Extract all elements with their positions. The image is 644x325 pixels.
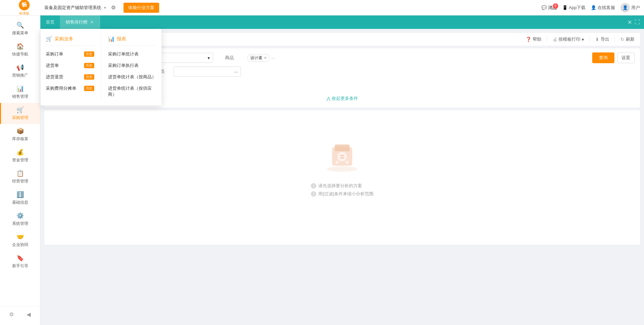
salesman-select[interactable]: ··· [174,67,241,77]
dropdown-item-inbound-stat-goods[interactable]: 进货单统计表（按商品） [108,71,156,83]
sidebar-item-system-label: 系统管理 [12,221,28,227]
sidebar-item-purchase[interactable]: 🛒 采购管理 [0,103,40,124]
purchase-header-icon: 🛒 [46,36,52,42]
tab-sales-rank[interactable]: 销售排行榜 ✕ [60,15,100,29]
dropdown-purchase-title: 采购业务 [55,36,73,42]
dropdown-item-inbound-stat-supplier[interactable]: 进货单统计表（按供应商） [108,83,156,100]
dropdown-item-purchase-order[interactable]: 采购订单 历史 [46,48,94,60]
dropdown-arrow-icon[interactable]: ▾ [104,5,106,10]
dropdown-purchase-col: 🛒 采购业务 采购订单 历史 进货单 历史 进货退货 历史 采购费用分摊单 历史 [40,34,100,100]
goods-tag-close-icon[interactable]: ✕ [264,56,267,60]
sidebar-item-inventory-label: 库存核算 [12,136,28,142]
search-icon: 🔍 [16,22,24,29]
dropdown-item-return[interactable]: 进货退货 历史 [46,71,94,83]
sidebar-item-finance[interactable]: 💰 资金管理 [0,145,40,166]
header-right: 💬 消息 9 📱 App下载 👤 在线客服 👤 用户 [541,3,640,12]
export-icon: ⬇ [595,37,599,42]
empty-illustration [322,137,362,177]
user-label: 用户 [631,5,640,11]
export-label: 导出 [601,36,609,42]
goods-more-icon[interactable]: ··· [271,55,275,60]
operations-icon: 📋 [16,170,24,177]
sidebar: 🔍 搜索菜单 🏠 快捷导航 📢 营销推广 📊 销售管理 🛒 采购管理 📦 库存核… [0,15,40,325]
dropdown-item-purchase-order-badge: 历史 [84,51,94,57]
purchase-dropdown-menu: 🛒 采购业务 采购订单 历史 进货单 历史 进货退货 历史 采购费用分摊单 历史 [40,29,162,106]
sidebar-item-basic[interactable]: ℹ️ 基础信息 [0,188,40,209]
help-label: 帮助 [533,36,541,42]
sidebar-item-enterprise[interactable]: 🤝 企业协同 [0,230,40,251]
help-btn[interactable]: ❓ 帮助 [526,36,541,42]
sidebar-item-operations[interactable]: 📋 经营管理 [0,166,40,188]
phone-icon: 📱 [562,5,568,10]
dropdown-item-order-exec[interactable]: 采购订单执行表 [108,60,156,71]
service-icon: 👤 [591,5,596,10]
sidebar-footer-collapse-btn[interactable]: ◀ [24,310,33,319]
print-btn[interactable]: 🖨 按模板打印 ▾ [552,36,584,42]
tab-sales-rank-label: 销售排行榜 [66,19,87,25]
message-icon: 💬 [541,5,547,10]
svg-point-6 [335,161,339,164]
help-icon: ❓ [526,37,531,42]
sidebar-item-quicknav[interactable]: 🏠 快捷导航 [0,39,40,60]
svg-point-0 [327,166,357,172]
collapse-label: 收起更多条件 [332,95,358,101]
sidebar-item-quicknav-label: 快捷导航 [12,51,28,57]
dropdown-item-order-stat[interactable]: 采购订单统计表 [108,48,156,60]
empty-tip-2: 2 用[过滤]条件来缩小分析范围 [311,191,373,197]
export-btn[interactable]: ⬇ 导出 [595,36,609,42]
app-download-btn[interactable]: 📱 App下载 [562,5,585,11]
marketing-icon: 📢 [16,64,24,71]
salesman-select-dots[interactable]: ··· [234,69,238,74]
print-dropdown-icon[interactable]: ▾ [582,37,584,42]
online-service-label: 在线客服 [598,5,615,11]
tab-bar-expand-btn[interactable]: ⛶ [635,19,640,25]
dropdown-item-inbound[interactable]: 进货单 历史 [46,60,94,71]
dropdown-report-header: 📊 报表 [108,34,156,46]
dropdown-purchase-header: 🛒 采购业务 [46,34,94,46]
tip-bullet-2: 2 [311,191,316,197]
top-header: 畅 标准版 装备及固定资产辅助管理系统 ▾ ⚙ 体验行业方案 💬 消息 9 📱 … [0,0,644,15]
sidebar-item-marketing-label: 营销推广 [12,73,28,78]
dropdown-item-inbound-badge: 历史 [84,63,94,68]
sidebar-item-guide[interactable]: 🔖 新手引导 [0,251,40,272]
dropdown-item-expense-badge: 历史 [84,86,94,91]
refresh-btn[interactable]: ↻ 刷新 [620,36,635,42]
salesman-filter-group: 业务员 ··· [151,67,241,77]
empty-state: 1 请先选择要分析的方案 2 用[过滤]条件来缩小分析范围 [44,110,640,224]
svg-point-7 [346,161,349,164]
sidebar-item-operations-label: 经营管理 [12,178,28,184]
system-settings-icon[interactable]: ⚙ [109,3,118,12]
collapse-arrow-icon: ⋀ [327,96,330,101]
settings-btn[interactable]: 设置 [617,52,635,63]
sidebar-item-basic-label: 基础信息 [12,200,28,205]
sidebar-item-marketing[interactable]: 📢 营销推广 [0,60,40,82]
active-indicator [0,103,1,124]
sidebar-item-sales[interactable]: 📊 销售管理 [0,82,40,103]
query-btn[interactable]: 查询 [592,52,614,63]
finance-icon: 💰 [16,149,24,156]
logo-area: 畅 标准版 [4,0,44,16]
sidebar-footer-settings-btn[interactable]: ⚙ [7,310,16,319]
system-icon: ⚙️ [16,212,24,219]
refresh-icon: ↻ [620,37,624,42]
tab-bar-right: ✕ ⛶ [623,19,644,26]
report-header-icon: 📊 [108,36,115,42]
goods-input-wrap: 设计素 ✕ ··· [247,54,275,62]
tab-home[interactable]: 首页 [40,15,60,29]
sidebar-item-system[interactable]: ⚙️ 系统管理 [0,209,40,230]
user-btn[interactable]: 👤 用户 [620,3,640,12]
sidebar-footer: ⚙ ◀ [0,306,40,322]
message-btn[interactable]: 💬 消息 9 [541,5,557,11]
online-service-btn[interactable]: 👤 在线客服 [591,5,615,11]
sidebar-item-inventory[interactable]: 📦 库存核算 [0,124,40,145]
tab-close-icon[interactable]: ✕ [90,19,94,25]
tab-bar: 首页 销售排行榜 ✕ ✕ ⛶ [40,15,644,29]
dropdown-item-expense[interactable]: 采购费用分摊单 历史 [46,83,94,94]
tab-bar-close-btn[interactable]: ✕ [628,19,632,26]
industry-btn[interactable]: 体验行业方案 [123,3,159,13]
toolbar-divider-1 [547,37,547,42]
sidebar-item-search[interactable]: 🔍 搜索菜单 [0,18,40,39]
dropdown-item-purchase-order-label: 采购订单 [46,51,63,57]
dropdown-item-inbound-stat-goods-label: 进货单统计表（按商品） [108,74,156,80]
goods-tag[interactable]: 设计素 ✕ [247,54,270,62]
